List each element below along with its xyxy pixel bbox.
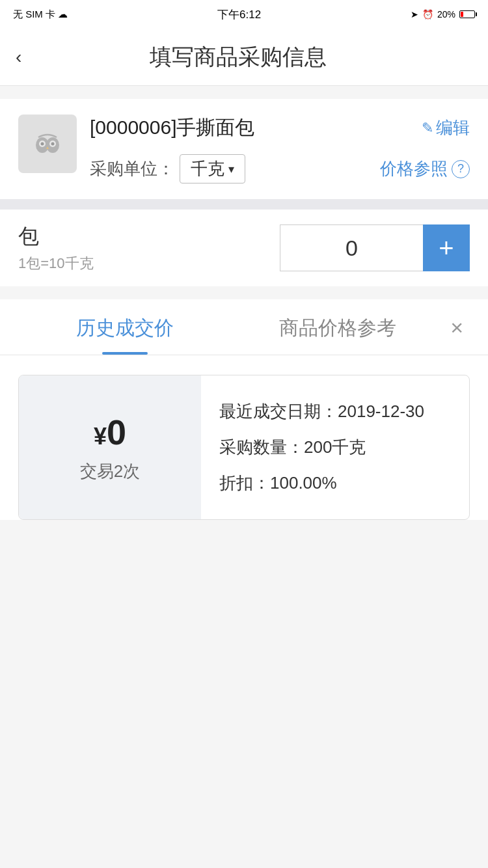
alarm-icon: ⏰ xyxy=(422,9,433,20)
quantity-label: 包 1包=10千克 xyxy=(18,223,94,273)
detail-discount-row: 折扣：100.00% xyxy=(219,470,451,496)
currency-symbol: ¥ xyxy=(94,423,107,450)
price-details: 最近成交日期：2019-12-30 采购数量：200千克 折扣：100.00% xyxy=(201,375,469,519)
status-time: 下午6:12 xyxy=(217,7,261,22)
detail-date-label: 最近成交日期： xyxy=(219,401,338,421)
product-logo xyxy=(18,115,77,173)
help-icon-text: ? xyxy=(457,162,464,176)
quantity-input-wrap: + xyxy=(107,224,470,271)
product-logo-icon xyxy=(29,131,66,157)
unit-value: 千克 xyxy=(191,157,224,180)
price-ref-button[interactable]: 价格参照 ? xyxy=(380,157,470,180)
status-right: ➤ ⏰ 20% xyxy=(411,9,475,20)
tab-price-ref[interactable]: 商品价格参考 xyxy=(231,299,444,355)
price-summary: ¥0 交易2次 xyxy=(19,375,201,519)
product-name-row: [0000006]手撕面包 ✎ 编辑 xyxy=(90,115,470,141)
price-amount: ¥0 xyxy=(94,412,126,452)
help-icon: ? xyxy=(452,160,470,178)
unit-select-dropdown[interactable]: 千克 ▾ xyxy=(180,154,245,183)
qty-equiv-text: 1包=10千克 xyxy=(18,254,94,273)
chevron-down-icon: ▾ xyxy=(228,162,234,176)
quantity-row: 包 1包=10千克 + xyxy=(0,210,488,286)
sim-label: 无 SIM 卡 ☁ xyxy=(13,8,68,21)
plus-icon: + xyxy=(439,234,454,263)
edit-label: 编辑 xyxy=(436,116,470,139)
product-section: [0000006]手撕面包 ✎ 编辑 采购单位： 千克 ▾ 价格参照 ? xyxy=(0,99,488,199)
battery-percent: 20% xyxy=(437,9,455,20)
unit-label-text: 采购单位： xyxy=(90,157,174,180)
page-title: 填写商品采购信息 xyxy=(34,42,441,72)
detail-qty-label: 采购数量： xyxy=(219,437,304,457)
price-card: ¥0 交易2次 最近成交日期：2019-12-30 采购数量：200千克 折扣：… xyxy=(18,375,470,520)
svg-point-4 xyxy=(41,142,44,146)
back-button[interactable]: ‹ xyxy=(16,48,21,66)
svg-point-5 xyxy=(51,142,55,146)
detail-qty-value: 200千克 xyxy=(304,437,366,457)
detail-qty-row: 采购数量：200千克 xyxy=(219,435,451,460)
trade-count: 交易2次 xyxy=(80,460,140,483)
page-header: ‹ 填写商品采购信息 xyxy=(0,29,488,86)
unit-row: 采购单位： 千克 ▾ 价格参照 ? xyxy=(90,154,470,183)
tab-close-button[interactable]: × xyxy=(444,310,470,345)
unit-label: 采购单位： 千克 ▾ xyxy=(90,154,245,183)
detail-discount-value: 100.00% xyxy=(270,473,337,493)
qty-unit-text: 包 xyxy=(18,223,94,251)
status-bar: 无 SIM 卡 ☁ 下午6:12 ➤ ⏰ 20% xyxy=(0,0,488,29)
product-name: [0000006]手撕面包 xyxy=(90,115,254,141)
status-left: 无 SIM 卡 ☁ xyxy=(13,8,68,21)
location-icon: ➤ xyxy=(411,9,418,20)
price-value: 0 xyxy=(107,413,126,452)
battery-indicator xyxy=(459,10,475,18)
tab2-label: 商品价格参考 xyxy=(279,317,396,338)
close-icon: × xyxy=(450,315,463,340)
tabs-header: 历史成交价 商品价格参考 × xyxy=(0,299,488,355)
product-info: [0000006]手撕面包 ✎ 编辑 采购单位： 千克 ▾ 价格参照 ? xyxy=(90,115,470,183)
tabs-section: 历史成交价 商品价格参考 × ¥0 交易2次 最近成交日期：2019-12-30… xyxy=(0,299,488,520)
edit-icon: ✎ xyxy=(422,120,433,137)
tab-history-price[interactable]: 历史成交价 xyxy=(18,299,231,355)
edit-button[interactable]: ✎ 编辑 xyxy=(422,116,470,139)
detail-discount-label: 折扣： xyxy=(219,473,270,493)
detail-date-row: 最近成交日期：2019-12-30 xyxy=(219,399,451,424)
quantity-input[interactable] xyxy=(280,224,423,271)
tab1-label: 历史成交价 xyxy=(76,317,174,338)
section-divider xyxy=(0,199,488,210)
price-ref-label: 价格参照 xyxy=(380,157,448,180)
quantity-plus-button[interactable]: + xyxy=(423,224,470,271)
detail-date-value: 2019-12-30 xyxy=(338,401,424,421)
